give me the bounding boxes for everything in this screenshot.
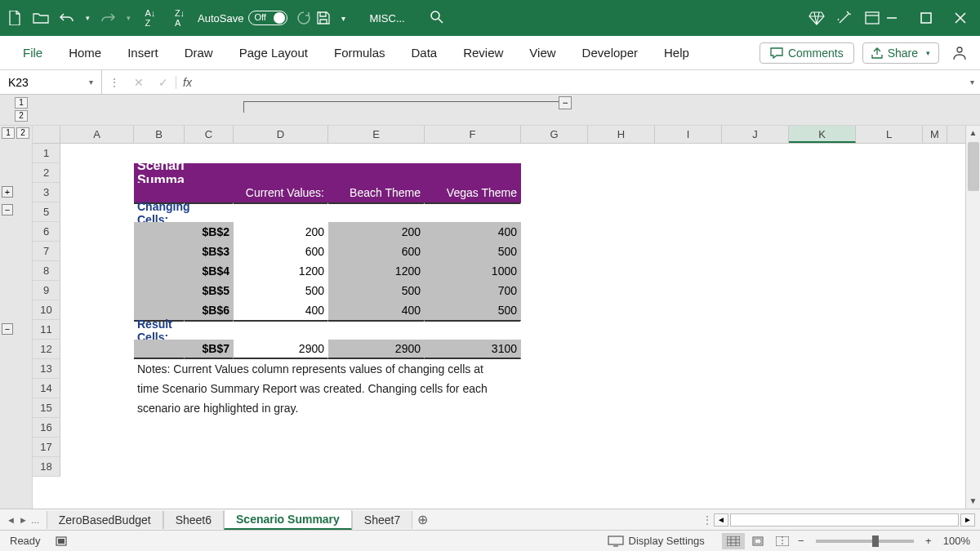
cell[interactable]: 1000 — [425, 261, 521, 281]
row-header[interactable]: 7 — [33, 242, 60, 261]
cell[interactable] — [185, 320, 234, 340]
cell[interactable]: 400 — [425, 222, 521, 242]
cell[interactable] — [856, 438, 923, 457]
cell[interactable]: 500 — [425, 242, 521, 261]
cell[interactable] — [425, 438, 521, 457]
cell[interactable] — [60, 418, 134, 438]
cell[interactable] — [789, 398, 856, 418]
cell[interactable] — [722, 183, 789, 202]
cell[interactable] — [588, 183, 655, 202]
split-drag-icon[interactable]: ⋮ — [702, 514, 707, 526]
vertical-scrollbar[interactable]: ▲ ▼ — [965, 126, 980, 509]
cell[interactable]: 1200 — [328, 261, 425, 281]
cell[interactable] — [923, 183, 947, 202]
cell[interactable] — [856, 359, 923, 379]
cell[interactable] — [425, 457, 521, 477]
cell[interactable] — [60, 202, 134, 222]
col-header[interactable]: M — [923, 126, 947, 143]
cell[interactable] — [789, 379, 856, 398]
cell[interactable]: 200 — [234, 222, 328, 242]
cell[interactable] — [521, 457, 588, 477]
cell[interactable] — [789, 144, 856, 163]
cell[interactable] — [234, 320, 328, 340]
cell[interactable] — [234, 457, 328, 477]
col-header[interactable]: F — [425, 126, 521, 143]
tab-draw[interactable]: Draw — [172, 38, 226, 68]
sheet-tab[interactable]: Scenario Summary — [224, 510, 352, 530]
cell[interactable] — [521, 281, 588, 300]
cell[interactable] — [60, 281, 134, 300]
cell[interactable] — [722, 163, 789, 183]
cell[interactable] — [60, 398, 134, 418]
cell[interactable]: 600 — [328, 242, 425, 261]
hscroll-right-icon[interactable]: ► — [960, 513, 975, 527]
cell[interactable] — [328, 144, 425, 163]
tab-formulas[interactable]: Formulas — [321, 38, 399, 68]
cell[interactable]: scenario are highlighted in gray. — [134, 398, 185, 418]
cell[interactable] — [328, 163, 425, 183]
cell[interactable] — [856, 340, 923, 359]
cell[interactable]: time Scenario Summary Report was created… — [134, 379, 185, 398]
cell[interactable] — [134, 418, 185, 438]
cell[interactable] — [655, 144, 722, 163]
cell[interactable] — [328, 379, 425, 398]
cell[interactable] — [425, 418, 521, 438]
cell[interactable] — [328, 438, 425, 457]
cell[interactable] — [521, 144, 588, 163]
add-sheet-button[interactable]: ⊕ — [412, 512, 432, 527]
sheet-tab[interactable]: ZeroBasedBudget — [47, 511, 163, 529]
cell[interactable] — [588, 379, 655, 398]
cell[interactable] — [722, 320, 789, 340]
cell[interactable] — [588, 340, 655, 359]
cell[interactable] — [789, 340, 856, 359]
cell[interactable] — [328, 320, 425, 340]
cell[interactable] — [789, 320, 856, 340]
name-box[interactable]: K23 ▾ — [0, 70, 102, 95]
cell[interactable] — [856, 398, 923, 418]
cell[interactable]: 600 — [234, 242, 328, 261]
cell[interactable] — [789, 163, 856, 183]
cell[interactable] — [60, 379, 134, 398]
cell[interactable] — [856, 163, 923, 183]
cell[interactable] — [588, 163, 655, 183]
col-header[interactable]: E — [328, 126, 425, 143]
cell[interactable] — [923, 359, 947, 379]
cell[interactable] — [521, 320, 588, 340]
cell[interactable] — [134, 457, 185, 477]
col-header[interactable]: B — [134, 126, 185, 143]
cell[interactable] — [60, 438, 134, 457]
normal-view-button[interactable] — [722, 533, 745, 549]
new-file-icon[interactable] — [5, 8, 24, 28]
cell[interactable] — [789, 359, 856, 379]
col-outline-level-2[interactable]: 2 — [15, 110, 28, 122]
cell[interactable] — [856, 300, 923, 320]
cell[interactable]: $B$6 — [185, 300, 234, 320]
cell[interactable] — [521, 202, 588, 222]
cell[interactable] — [185, 438, 234, 457]
row-outline-level-2[interactable]: 2 — [16, 127, 29, 139]
sort-az-icon[interactable]: A↓Z — [139, 8, 162, 28]
cell[interactable] — [185, 457, 234, 477]
formula-input[interactable] — [198, 71, 964, 94]
cell[interactable] — [588, 281, 655, 300]
sheet-tab[interactable]: Sheet7 — [352, 511, 412, 529]
cell[interactable] — [655, 418, 722, 438]
cell[interactable] — [521, 379, 588, 398]
undo-icon[interactable] — [57, 8, 77, 28]
cell[interactable] — [588, 438, 655, 457]
cell[interactable] — [185, 163, 234, 183]
cell[interactable] — [789, 183, 856, 202]
ribbon-display-icon[interactable] — [862, 8, 882, 28]
col-group-collapse[interactable]: − — [559, 96, 572, 109]
cell[interactable] — [923, 398, 947, 418]
cell[interactable] — [923, 222, 947, 242]
row-header[interactable]: 12 — [33, 340, 60, 359]
cell[interactable] — [789, 300, 856, 320]
cell[interactable] — [923, 438, 947, 457]
cell[interactable] — [185, 379, 234, 398]
sheet-nav-next-icon[interactable]: ► — [19, 515, 28, 525]
cell[interactable] — [185, 183, 234, 202]
search-icon[interactable] — [430, 10, 446, 26]
save-icon[interactable] — [314, 8, 333, 28]
row-outline-level-1[interactable]: 1 — [2, 127, 15, 139]
